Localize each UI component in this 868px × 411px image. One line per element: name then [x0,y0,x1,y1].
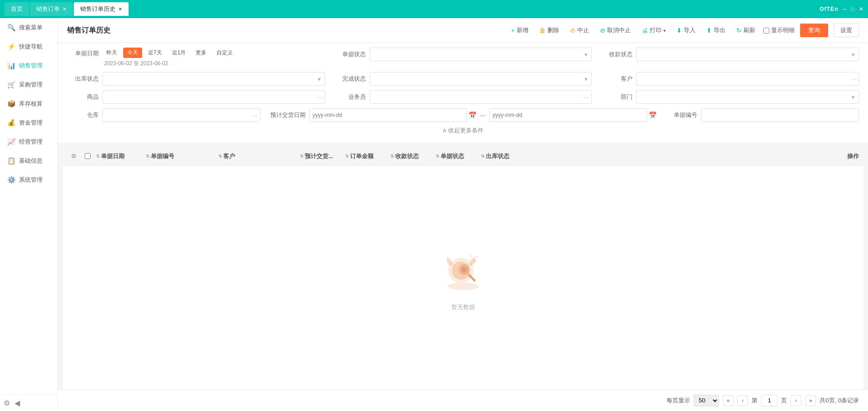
date-btn-today[interactable]: 昨天 [102,48,121,58]
page-size-select[interactable]: 50 10 20 100 [694,395,719,406]
collapse-bar[interactable]: ∧ 收起更多条件 [67,125,859,138]
warehouse-input[interactable] [106,109,250,121]
sidebar-item-fund-mgmt[interactable]: 💰 资金管理 [0,113,58,132]
th-expect-label: 预计交货... [305,152,333,160]
date-btn-1month[interactable]: 近1月 [168,48,190,58]
calendar-to-icon[interactable]: 📅 [649,111,657,119]
th-amount[interactable]: ⇅ 订单金额 [343,152,388,160]
import-button[interactable]: ⬇ 导入 [674,24,698,36]
sidebar-item-search-menu[interactable]: 🔍 搜索菜单 [0,18,58,37]
sidebar-label-search-menu: 搜索菜单 [19,24,43,32]
th-pay-status[interactable]: ⇅ 收款状态 [388,152,434,160]
date-btn-7days[interactable]: 近7天 [144,48,166,58]
tab-sales-history-label: 销售订单历史 [80,5,115,13]
refresh-icon: ↻ [736,27,742,34]
tab-sales-history-close[interactable]: ✕ [118,6,122,12]
print-label: 打印 [650,26,662,34]
stop-button[interactable]: ⊘ 中止 [567,24,592,36]
query-button[interactable]: 查询 [800,24,828,37]
display-detail-check[interactable]: 显示明细 [763,26,795,34]
sidebar-item-basic-info[interactable]: 📋 基础信息 [0,151,58,170]
svg-point-7 [476,256,478,258]
page-title-bar: 销售订单历史 + 新增 🗑 删除 ⊘ 中止 ⊘ [67,24,859,37]
sidebar-label-sales-mgmt: 销售管理 [19,62,43,70]
out-status-arrow: ▾ [318,76,321,82]
tab-sales-order-close[interactable]: ✕ [62,6,67,12]
next-page-btn[interactable]: › [791,395,801,406]
th-amount-label: 订单金额 [350,152,374,160]
calendar-from-icon[interactable]: 📅 [469,111,476,119]
sidebar-item-sales-mgmt[interactable]: 📊 销售管理 [0,56,58,75]
dept-label: 部门 [601,93,633,101]
export-button[interactable]: ⬆ 导出 [704,24,728,36]
product-input[interactable] [106,91,315,103]
date-btn-3days[interactable]: 今天 [123,48,142,58]
maximize-btn[interactable]: □ [851,6,854,12]
th-expect[interactable]: ⇅ 预计交货... [298,152,343,160]
bill-status-select[interactable]: ▾ [369,48,592,61]
cancel-stop-button[interactable]: ⊘ 取消中止 [597,24,633,36]
customer-input[interactable] [639,73,849,85]
tab-sales-history[interactable]: 销售订单历史 ✕ [74,2,129,16]
warehouse-dots[interactable]: ··· [252,112,257,119]
quick-nav-icon: ⚡ [7,43,15,51]
sidebar-item-quick-nav[interactable]: ⚡ 快捷导航 [0,37,58,56]
delete-button[interactable]: 🗑 删除 [537,24,562,36]
sidebar-item-stock-calc[interactable]: 📦 库存核算 [0,94,58,113]
out-status-label: 出库状态 [67,75,99,83]
sidebar-item-ops-mgmt[interactable]: 📈 经营管理 [0,132,58,151]
top-bar-right: OfTEn ─ □ ✕ [820,6,863,12]
basic-info-icon: 📋 [7,157,15,165]
th-bill-status[interactable]: ⇅ 单据状态 [434,152,479,160]
minimize-btn[interactable]: ─ [843,6,847,12]
toolbar: + 新增 🗑 删除 ⊘ 中止 ⊘ 取消中止 [508,24,859,37]
th-customer[interactable]: ⇅ 客户 [216,152,298,160]
select-all-checkbox[interactable] [81,153,94,159]
expect-date-to[interactable] [489,108,647,122]
sidebar-settings-btn[interactable]: ⚙ [4,399,10,407]
settings-column-btn[interactable]: ⚙ [67,153,81,160]
page-label-before: 第 [752,396,758,405]
complete-status-select[interactable]: ▾ [369,72,592,86]
dept-select[interactable]: ▾ [636,90,859,104]
sort-icon-bill: ⇅ [436,154,439,159]
th-out-status[interactable]: ⇅ 出库状态 [479,152,524,160]
th-num[interactable]: ⇅ 单据编号 [144,152,216,160]
total-info: 共0页, 0条记录 [820,396,859,405]
tab-home-label: 首页 [11,5,23,13]
page-input[interactable] [761,395,777,406]
close-window-btn[interactable]: ✕ [859,6,863,12]
prev-page-btn[interactable]: ‹ [737,395,748,406]
display-detail-checkbox[interactable] [763,28,769,34]
salesman-dots[interactable]: ··· [584,94,589,101]
tab-sales-order[interactable]: 销售订单 ✕ [30,2,73,16]
svg-point-8 [470,255,472,257]
th-bill-status-label: 单据状态 [441,152,464,160]
product-dots[interactable]: ··· [317,94,322,101]
last-page-btn[interactable]: » [805,395,816,406]
out-status-select[interactable]: ▾ [102,72,325,86]
import-icon: ⬇ [676,27,682,34]
date-btn-custom[interactable]: 自定义 [212,48,237,58]
customer-dots[interactable]: ··· [851,76,856,82]
order-no-input[interactable] [701,108,859,122]
tab-home[interactable]: 首页 [5,2,29,16]
date-btn-more[interactable]: 更多 [192,48,211,58]
page-label-after: 页 [781,396,787,405]
settings-button[interactable]: 设置 [834,24,859,37]
first-page-btn[interactable]: « [723,395,734,406]
print-button[interactable]: 🖨 打印 ▾ [639,24,668,36]
pay-status-select[interactable]: ▾ [636,48,859,61]
th-date[interactable]: ⇅ 单据日期 [94,152,144,160]
pay-status-label: 收款状态 [601,50,633,58]
expect-date-from[interactable] [309,108,467,122]
sidebar-item-purchase-mgmt[interactable]: 🛒 采购管理 [0,75,58,94]
salesman-input[interactable] [373,91,582,103]
sidebar-collapse-btn[interactable]: ◀ [14,399,20,407]
stop-icon: ⊘ [570,27,575,34]
table-header: ⚙ ⇅ 单据日期 ⇅ 单据编号 ⇅ 客户 ⇅ 预计交货. [62,147,863,165]
sort-icon-customer: ⇅ [218,154,222,159]
sidebar-item-sys-mgmt[interactable]: ⚙️ 系统管理 [0,170,58,189]
add-button[interactable]: + 新增 [508,24,531,36]
refresh-button[interactable]: ↻ 刷新 [734,24,758,36]
